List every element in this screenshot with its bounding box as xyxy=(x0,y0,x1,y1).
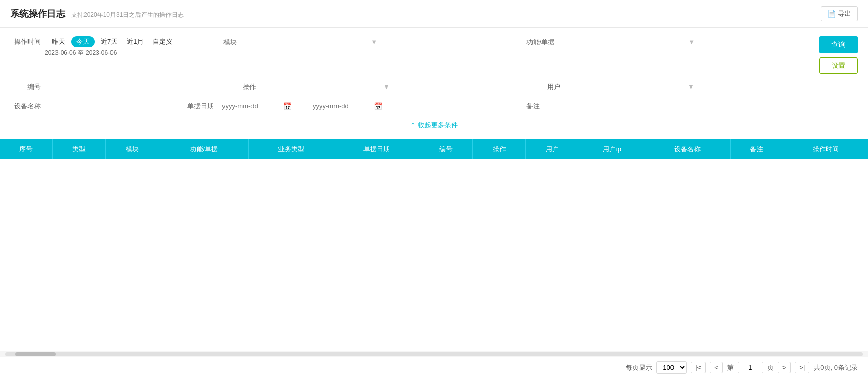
num-label: 编号 xyxy=(10,82,41,92)
user-label: 用户 xyxy=(530,82,561,92)
date-start-input[interactable] xyxy=(222,100,278,112)
feature-filter: 功能/单据 ▼ xyxy=(524,36,811,48)
col-feature: 功能/单据 xyxy=(159,139,248,159)
col-user-ip: 用户ip xyxy=(579,139,645,159)
feature-select[interactable]: ▼ xyxy=(564,36,811,48)
time-opt-yesterday[interactable]: 昨天 xyxy=(49,36,68,47)
action-buttons: 查询 设置 xyxy=(819,36,858,74)
module-filter: 模块 ▼ xyxy=(206,36,493,48)
remark-input[interactable] xyxy=(549,100,804,112)
data-table: 序号 类型 模块 功能/单据 业务类型 单据日期 编号 操作 用户 用户ip 设… xyxy=(0,139,868,159)
device-filter: 设备名称 xyxy=(10,100,153,112)
time-label: 操作时间 xyxy=(10,37,41,46)
col-biz-type: 业务类型 xyxy=(249,139,334,159)
page-title: 系统操作日志 xyxy=(10,8,65,20)
page-unit: 页 xyxy=(767,363,774,372)
col-op-time: 操作时间 xyxy=(783,139,868,159)
device-label: 设备名称 xyxy=(10,102,41,111)
col-user: 用户 xyxy=(526,139,579,159)
header-left: 系统操作日志 支持2020年10月31日之后产生的操作日志 xyxy=(10,8,184,20)
time-options: 昨天 今天 近7天 近1月 自定义 xyxy=(49,36,176,47)
date-end-input[interactable] xyxy=(313,100,369,112)
per-page-label: 每页显示 xyxy=(626,363,652,372)
module-select[interactable]: ▼ xyxy=(246,36,493,48)
table-header-row: 序号 类型 模块 功能/单据 业务类型 单据日期 编号 操作 用户 用户ip 设… xyxy=(0,139,868,159)
last-page-button[interactable]: >| xyxy=(795,362,809,373)
time-opt-custom[interactable]: 自定义 xyxy=(150,36,176,47)
operation-label: 操作 xyxy=(226,82,256,92)
page-label: 第 xyxy=(727,363,734,372)
export-icon: 📄 xyxy=(827,10,836,18)
module-label: 模块 xyxy=(206,38,237,47)
num-dash: — xyxy=(119,83,126,91)
user-arrow-icon: ▼ xyxy=(688,83,804,91)
filter-row-2: 编号 — 操作 ▼ 用户 ▼ xyxy=(10,81,858,93)
col-type: 类型 xyxy=(52,139,105,159)
col-operation: 操作 xyxy=(472,139,525,159)
feature-arrow-icon: ▼ xyxy=(688,38,811,46)
operation-arrow-icon: ▼ xyxy=(383,83,499,91)
collapse-up-icon: ⌃ xyxy=(410,122,416,129)
voucher-date-filter: 单据日期 📅 — 📅 xyxy=(183,100,479,112)
time-opt-7days[interactable]: 近7天 xyxy=(98,36,121,47)
col-seq: 序号 xyxy=(0,139,52,159)
voucher-date-label: 单据日期 xyxy=(183,102,214,111)
feature-label: 功能/单据 xyxy=(524,38,554,47)
operation-filter: 操作 ▼ xyxy=(226,81,499,93)
scroll-thumb[interactable] xyxy=(15,352,56,356)
module-arrow-icon: ▼ xyxy=(371,38,493,46)
col-num: 编号 xyxy=(419,139,472,159)
page-number-input[interactable] xyxy=(738,362,763,373)
calendar-end-icon[interactable]: 📅 xyxy=(374,102,382,110)
col-remark: 备注 xyxy=(730,139,783,159)
collapse-row: ⌃ 收起更多条件 xyxy=(10,118,858,133)
export-label: 导出 xyxy=(838,9,851,18)
per-page-select[interactable]: 100 50 200 xyxy=(656,361,687,374)
remark-filter: 备注 xyxy=(509,100,804,112)
filter-row-1: 操作时间 昨天 今天 近7天 近1月 自定义 2023-06-06 至 2023… xyxy=(10,36,858,74)
operation-select[interactable]: ▼ xyxy=(265,81,499,93)
time-range-text: 2023-06-06 至 2023-06-06 xyxy=(45,49,117,56)
filter-row-3: 设备名称 单据日期 📅 — 📅 备注 xyxy=(10,100,858,112)
query-button[interactable]: 查询 xyxy=(819,36,858,53)
col-device: 设备名称 xyxy=(645,139,730,159)
scroll-bar-area[interactable] xyxy=(0,351,868,357)
num-end-input[interactable] xyxy=(134,81,195,93)
col-voucher-date: 单据日期 xyxy=(334,139,419,159)
settings-button[interactable]: 设置 xyxy=(819,57,858,74)
pagination-bar: 每页显示 100 50 200 |< < 第 页 > >| 共0页, 0条记录 xyxy=(0,357,868,378)
scroll-track[interactable] xyxy=(5,352,863,356)
col-module: 模块 xyxy=(106,139,159,159)
num-filter: 编号 — xyxy=(10,81,195,93)
date-dash: — xyxy=(299,103,305,110)
num-start-input[interactable] xyxy=(50,81,111,93)
remark-label: 备注 xyxy=(509,102,540,111)
device-input[interactable] xyxy=(50,100,152,112)
time-range-display: 2023-06-06 至 2023-06-06 xyxy=(10,49,176,57)
table-container: 序号 类型 模块 功能/单据 业务类型 单据日期 编号 操作 用户 用户ip 设… xyxy=(0,139,868,351)
prev-page-button[interactable]: < xyxy=(710,362,723,373)
user-filter: 用户 ▼ xyxy=(530,81,804,93)
collapse-label: 收起更多条件 xyxy=(418,121,458,130)
time-filter-group: 操作时间 昨天 今天 近7天 近1月 自定义 2023-06-06 至 2023… xyxy=(10,36,176,57)
calendar-start-icon[interactable]: 📅 xyxy=(283,102,292,110)
time-opt-1month[interactable]: 近1月 xyxy=(124,36,147,47)
scroll-bar-inner xyxy=(0,351,868,357)
user-select[interactable]: ▼ xyxy=(570,81,804,93)
total-info: 共0页, 0条记录 xyxy=(814,363,858,372)
time-opt-today[interactable]: 今天 xyxy=(71,36,95,47)
next-page-button[interactable]: > xyxy=(778,362,791,373)
time-filter-top: 操作时间 昨天 今天 近7天 近1月 自定义 xyxy=(10,36,176,47)
filter-area: 操作时间 昨天 今天 近7天 近1月 自定义 2023-06-06 至 2023… xyxy=(0,28,868,139)
page-header: 系统操作日志 支持2020年10月31日之后产生的操作日志 📄 导出 xyxy=(0,0,868,28)
page-subtitle: 支持2020年10月31日之后产生的操作日志 xyxy=(71,11,184,19)
first-page-button[interactable]: |< xyxy=(691,362,706,373)
export-button[interactable]: 📄 导出 xyxy=(821,6,858,21)
collapse-button[interactable]: ⌃ 收起更多条件 xyxy=(410,121,458,130)
